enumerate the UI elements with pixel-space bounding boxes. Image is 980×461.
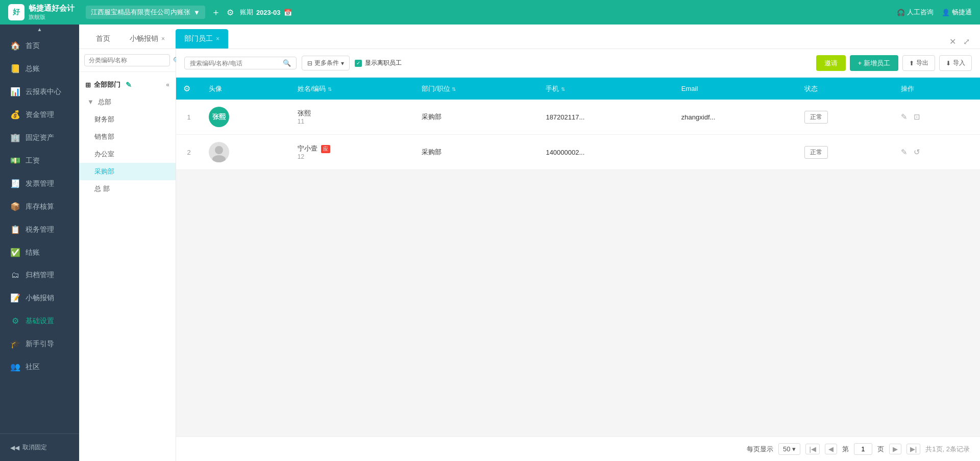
tab-department[interactable]: 部门员工 × (176, 29, 228, 48)
sidebar-item-funds[interactable]: 💰 资金管理 (0, 103, 79, 126)
sidebar-item-assets[interactable]: 🏢 固定资产 (0, 126, 79, 149)
employee-code-1: 11 (298, 118, 407, 125)
scroll-up-arrow[interactable]: ▲ (0, 25, 79, 34)
dept-item-office[interactable]: 办公室 (79, 145, 176, 163)
company-selector[interactable]: 江西服宝精品有限责任公司内账张 ▼ (86, 6, 205, 19)
prev-page-btn[interactable]: ◀ (825, 444, 837, 454)
settings-icon[interactable]: ⚙ (227, 8, 234, 17)
show-resigned-toggle[interactable]: ✓ 显示离职员工 (355, 59, 402, 67)
expense-icon: 📝 (10, 293, 20, 303)
dept-item-hq[interactable]: ▼ 总部 (79, 93, 176, 111)
account-period-label: 账期 (240, 8, 253, 17)
sidebar-label-expense: 小畅报销 (26, 294, 54, 303)
expand-icon: ▼ (87, 98, 94, 106)
all-dept-btn[interactable]: ⊞ 全部部门 ✎ « (79, 76, 176, 93)
row-num-1: 1 (176, 100, 202, 135)
dept-sort-icon[interactable]: ⇅ (452, 86, 456, 92)
dept-item-purchase[interactable]: 采购部 (79, 163, 176, 180)
sidebar-item-guide[interactable]: 🎓 新手引导 (0, 332, 79, 355)
edit-btn-1[interactable]: ✎ (901, 112, 908, 122)
dropdown-icon: ▼ (193, 9, 200, 16)
sidebar-item-expense[interactable]: 📝 小畅报销 (0, 286, 79, 309)
sidebar-item-archive[interactable]: 🗂 归档管理 (0, 264, 79, 286)
content-area: 首页 小畅报销 × 部门员工 × ✕ ⤢ 🔍 (79, 25, 980, 461)
sidebar-bottom: ◀◀ 取消固定 (0, 433, 79, 461)
company-name: 江西服宝精品有限责任公司内账张 (91, 8, 190, 17)
show-resigned-checkbox[interactable]: ✓ (355, 60, 362, 67)
col-phone[interactable]: 手机 ⇅ (538, 78, 674, 100)
invite-btn[interactable]: 邀请 (816, 55, 846, 71)
tab-home[interactable]: 首页 (87, 29, 119, 48)
ops-cell-1: ✎ ⊡ (894, 100, 980, 135)
per-page-select[interactable]: 50 ▾ (778, 443, 800, 455)
page-number-input[interactable] (854, 443, 872, 455)
sidebar-label-assets: 固定资产 (26, 133, 54, 142)
status-badge-1: 正常 (804, 111, 828, 124)
search-input[interactable] (190, 60, 280, 67)
export-btn[interactable]: ⬆ 导出 (902, 55, 935, 71)
sidebar-item-salary[interactable]: 💵 工资 (0, 149, 79, 172)
grid-icon: ⊞ (85, 81, 91, 89)
sidebar-label-reports: 云报表中心 (26, 87, 61, 96)
tab-department-close-icon[interactable]: × (216, 35, 219, 42)
logo-area: 好 畅捷通好会计 旗舰版 (8, 4, 80, 21)
ledger-icon: 📒 (10, 64, 20, 74)
close-window-btn[interactable]: ✕ (947, 35, 958, 48)
user-btn[interactable]: 👤 畅捷通 (942, 8, 972, 17)
dept-cell-1: 采购部 (414, 100, 538, 135)
email-cell-1: zhangxidf... (674, 100, 797, 135)
dept-item-general-hq[interactable]: 总 部 (79, 180, 176, 198)
tab-expense[interactable]: 小畅报销 × (121, 29, 174, 48)
dept-collapse-icon[interactable]: « (166, 81, 169, 88)
first-page-btn[interactable]: |◀ (805, 444, 819, 454)
next-page-btn[interactable]: ▶ (889, 444, 901, 454)
status-badge-2: 正常 (804, 146, 828, 159)
sidebar-item-community[interactable]: 👥 社区 (0, 355, 79, 378)
col-settings[interactable]: ⚙ (176, 78, 202, 100)
sidebar-item-checkout[interactable]: ✅ 结账 (0, 241, 79, 264)
sidebar-item-tax[interactable]: 📋 税务管理 (0, 218, 79, 241)
phone-sort-icon[interactable]: ⇅ (561, 86, 565, 92)
dept-item-finance[interactable]: 财务部 (79, 111, 176, 128)
ai-consult-btn[interactable]: 🎧 人工咨询 (897, 8, 934, 17)
refresh-btn-2[interactable]: ↺ (914, 148, 920, 157)
expand-window-btn[interactable]: ⤢ (961, 35, 972, 48)
table-header-row: ⚙ 头像 姓名/编码 ⇅ 部门/职位 ⇅ (176, 78, 980, 100)
sidebar-item-home[interactable]: 🏠 首页 (0, 34, 79, 57)
calendar-icon[interactable]: 📅 (284, 9, 292, 16)
inventory-icon: 📦 (10, 202, 20, 211)
unpin-btn[interactable]: ◀◀ 取消固定 (0, 439, 79, 456)
tab-expense-close-icon[interactable]: × (161, 35, 165, 42)
pin-icon: ◀◀ (10, 444, 19, 451)
name-cell-1: 张熙 11 (290, 100, 414, 135)
email-cell-2 (674, 135, 797, 170)
sidebar-item-invoice[interactable]: 🧾 发票管理 (0, 172, 79, 195)
dept-search-input[interactable] (84, 54, 170, 66)
sidebar-item-settings[interactable]: ⚙ 基础设置 (0, 309, 79, 332)
sidebar-label-tax: 税务管理 (26, 225, 54, 234)
sidebar-item-ledger[interactable]: 📒 总账 (0, 57, 79, 80)
more-filter-btn[interactable]: ⊟ 更多条件 ▾ (302, 56, 350, 70)
funds-icon: 💰 (10, 110, 20, 119)
dept-edit-icon[interactable]: ✎ (126, 81, 132, 89)
main-layout: ▲ 🏠 首页 📒 总账 📊 云报表中心 💰 资金管理 🏢 固定资产 💵 工资 🧾… (0, 25, 980, 461)
import-btn[interactable]: ⬇ 导入 (939, 55, 972, 71)
name-sort-icon[interactable]: ⇅ (328, 86, 332, 92)
dept-item-sales[interactable]: 销售部 (79, 128, 176, 145)
sidebar-item-inventory[interactable]: 📦 库存核算 (0, 195, 79, 218)
filter-icon: ⊟ (307, 60, 312, 67)
employee-panel: 🔍 ⊟ 更多条件 ▾ ✓ 显示离职员工 邀请 + 新增员工 (176, 49, 980, 461)
edit-btn-2[interactable]: ✎ (901, 148, 908, 157)
tax-icon: 📋 (10, 225, 20, 234)
add-icon[interactable]: ＋ (211, 6, 220, 18)
add-employee-btn[interactable]: + 新增员工 (850, 55, 898, 71)
sidebar-item-reports[interactable]: 📊 云报表中心 (0, 80, 79, 103)
status-cell-1: 正常 (797, 100, 894, 135)
col-settings-icon[interactable]: ⚙ (183, 84, 190, 93)
community-icon: 👥 (10, 362, 20, 372)
col-name[interactable]: 姓名/编码 ⇅ (290, 78, 414, 100)
search-icon[interactable]: 🔍 (283, 59, 291, 67)
last-page-btn[interactable]: ▶| (906, 444, 920, 454)
col-dept[interactable]: 部门/职位 ⇅ (414, 78, 538, 100)
login-btn-1[interactable]: ⊡ (914, 112, 920, 122)
